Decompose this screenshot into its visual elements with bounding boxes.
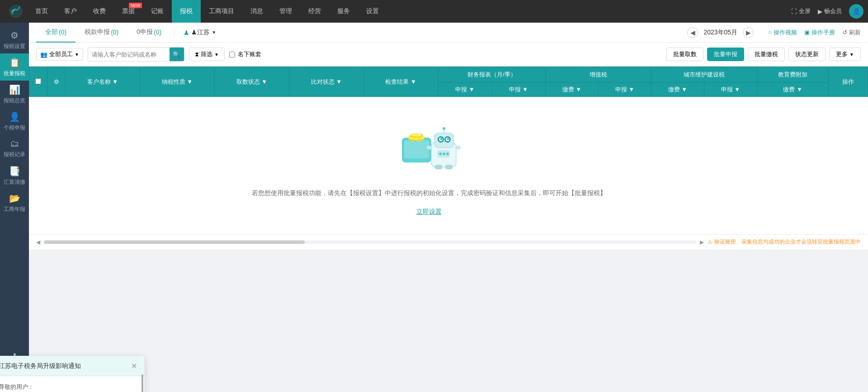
region-icon: ♟: [184, 29, 189, 36]
scroll-left-arrow[interactable]: ◀: [36, 239, 40, 245]
new-badge: NEW: [129, 3, 142, 8]
region-selector[interactable]: ♟ ♟江苏 ▼: [178, 29, 222, 37]
nav-business[interactable]: 工商项目: [201, 0, 242, 23]
th-city-declare[interactable]: 申报 ▼: [598, 83, 651, 97]
sidebar-item-batch-tax[interactable]: 📋 批量报税: [0, 53, 29, 81]
th-financial-declare[interactable]: 申报 ▼: [438, 83, 492, 97]
sidebar-label-tax-settings: 报税设置: [4, 43, 25, 50]
avatar[interactable]: 👤: [849, 4, 863, 19]
table-header-row-1: ⚙ 客户名称 ▼ 纳税性质 ▼ 取数状态 ▼ 比对状态 ▼ 检查结果 ▼ 财务报…: [29, 67, 868, 83]
sidebar-item-personal-tax[interactable]: 👤 个税申报: [0, 108, 29, 135]
sidebar-label-settlement: 汇算清缴: [4, 178, 25, 186]
nav-items: 首页 客户 收费 票据NEW 记账 报税 工商项目 消息 管理 经营 服务 设置: [27, 0, 791, 23]
toolbar: 👥 全部员工 ▼ 🔍 ⧗ 筛选 ▼ 名下账套 批量取数 批量申报 批量缴税 状态…: [29, 43, 868, 67]
more-btn[interactable]: 更多 ▼: [829, 48, 861, 61]
notification-header: 江苏电子税务局升级影响通知 ✕: [0, 356, 144, 376]
th-vat-declare[interactable]: 申报 ▼: [492, 83, 546, 97]
svg-rect-18: [427, 146, 432, 149]
th-fetch-status[interactable]: 取数状态 ▼: [214, 67, 289, 97]
nav-service[interactable]: 服务: [329, 0, 358, 23]
vip-btn[interactable]: ▶ 畅会员: [818, 7, 842, 15]
operation-manual-btn[interactable]: ▣ 操作手册: [804, 29, 835, 37]
video-icon: ○: [768, 29, 772, 36]
sidebar-item-tax-records[interactable]: 🗂 报税记录: [0, 135, 29, 162]
setup-link[interactable]: 立即设置: [416, 208, 442, 216]
warning-icon: ⚠: [708, 239, 712, 245]
notification-close-btn[interactable]: ✕: [131, 362, 137, 370]
nav-manage[interactable]: 管理: [271, 0, 300, 23]
refresh-btn[interactable]: ↺ 刷新: [842, 29, 861, 37]
notification-title: 江苏电子税务局升级影响通知: [0, 362, 81, 370]
nav-settings[interactable]: 设置: [358, 0, 387, 23]
batch-declare-btn[interactable]: 批量申报: [707, 48, 744, 61]
tab-zero-declaration[interactable]: 0申报 (0): [127, 23, 170, 43]
chevron-down-icon: ▼: [75, 52, 79, 57]
svg-point-25: [446, 153, 449, 155]
under-account-checkbox[interactable]: 名下账套: [229, 50, 261, 58]
under-account-checkbox-input[interactable]: [229, 52, 235, 57]
sidebar: ⚙ 报税设置 📋 批量报税 📊 报税总览 👤 个税申报 🗂 报税记录 📑 汇算清…: [0, 23, 29, 392]
sidebar-item-settlement[interactable]: 📑 汇算清缴: [0, 162, 29, 189]
svg-point-24: [443, 153, 445, 155]
th-vat: 增值税: [545, 67, 651, 83]
sidebar-label-annual-report: 工商年报: [4, 206, 25, 213]
bottom-bar: ◀ ▶ ⚠ 验证账密、采集信息均成功的企业才会流转至批量报税页面中: [29, 234, 868, 249]
filter-btn[interactable]: ⧗ 筛选 ▼: [189, 48, 225, 61]
svg-rect-19: [455, 146, 461, 149]
fullscreen-btn[interactable]: ⛶ 全屏: [791, 7, 811, 15]
nav-invoice[interactable]: 票据NEW: [114, 0, 143, 23]
horizontal-scrollbar[interactable]: [44, 240, 696, 244]
sidebar-label-batch-tax: 批量报税: [4, 70, 25, 77]
refresh-icon: ↺: [842, 29, 847, 36]
th-customer-name[interactable]: 客户名称 ▼: [66, 67, 140, 97]
th-vat-pay[interactable]: 缴费 ▼: [545, 83, 598, 97]
tab-all[interactable]: 全部 (0): [36, 23, 75, 43]
empty-state-text: 若您想使用批量报税功能，请先在【报税设置】中进行报税的初始化设置，完成密码验证和…: [252, 187, 606, 199]
th-city-pay[interactable]: 缴费 ▼: [651, 83, 704, 97]
th-tax-nature[interactable]: 纳税性质 ▼: [140, 67, 214, 97]
tax-overview-icon: 📊: [9, 84, 20, 95]
batch-pay-btn[interactable]: 批量缴税: [748, 48, 785, 61]
th-check-result[interactable]: 检查结果 ▼: [363, 67, 438, 97]
tax-settings-icon: ⚙: [10, 30, 19, 41]
th-operation: 操作: [829, 67, 868, 97]
table-wrap: ⚙ 客户名称 ▼ 纳税性质 ▼ 取数状态 ▼ 比对状态 ▼ 检查结果 ▼ 财务报…: [29, 67, 868, 234]
nav-customer[interactable]: 客户: [56, 0, 85, 23]
svg-rect-21: [445, 165, 453, 169]
nav-tax[interactable]: 报税: [172, 0, 201, 23]
nav-home[interactable]: 首页: [27, 0, 56, 23]
nav-charge[interactable]: 收费: [85, 0, 114, 23]
sidebar-item-tax-settings[interactable]: ⚙ 报税设置: [0, 26, 29, 53]
notification-scrollbar[interactable]: [142, 374, 143, 392]
batch-tax-icon: 📋: [9, 57, 20, 68]
sidebar-label-tax-overview: 报税总览: [4, 97, 25, 105]
prev-month-btn[interactable]: ◀: [687, 27, 698, 38]
svg-point-23: [439, 153, 442, 155]
scrollbar-thumb: [142, 374, 143, 392]
tab-declaration[interactable]: 税款申报 (0): [75, 23, 127, 43]
select-all-checkbox[interactable]: [35, 78, 41, 84]
tab-bar: 全部 (0) 税款申报 (0) 0申报 (0) ♟ ♟江苏 ▼ ◀ 2023年0…: [29, 23, 868, 43]
chevron-down-icon: ▼: [212, 30, 216, 35]
sidebar-label-personal-tax: 个税申报: [4, 124, 25, 132]
th-edu-pay[interactable]: 缴费 ▼: [757, 83, 829, 97]
nav-message[interactable]: 消息: [242, 0, 271, 23]
next-month-btn[interactable]: ▶: [743, 27, 754, 38]
nav-operation[interactable]: 经营: [300, 0, 329, 23]
search-wrap: 🔍: [88, 47, 184, 62]
sidebar-item-tax-overview[interactable]: 📊 报税总览: [0, 81, 29, 108]
status-update-btn[interactable]: 状态更新: [788, 48, 826, 61]
search-button[interactable]: 🔍: [170, 48, 184, 61]
th-compare-status[interactable]: 比对状态 ▼: [289, 67, 363, 97]
th-edu-declare[interactable]: 申报 ▼: [704, 83, 757, 97]
sidebar-item-annual-report[interactable]: 📂 工商年报: [0, 189, 29, 216]
batch-fetch-btn[interactable]: 批量取数: [666, 48, 703, 61]
employee-select[interactable]: 👥 全部员工 ▼: [36, 48, 83, 61]
scroll-right-arrow[interactable]: ▶: [700, 239, 704, 245]
svg-rect-20: [435, 165, 442, 169]
nav-bookkeeping[interactable]: 记账: [143, 0, 172, 23]
top-navigation: 首页 客户 收费 票据NEW 记账 报税 工商项目 消息 管理 经营 服务 设置…: [0, 0, 868, 23]
logo[interactable]: [5, 0, 27, 23]
search-input[interactable]: [88, 49, 170, 60]
operation-video-btn[interactable]: ○ 操作视频: [768, 29, 797, 37]
